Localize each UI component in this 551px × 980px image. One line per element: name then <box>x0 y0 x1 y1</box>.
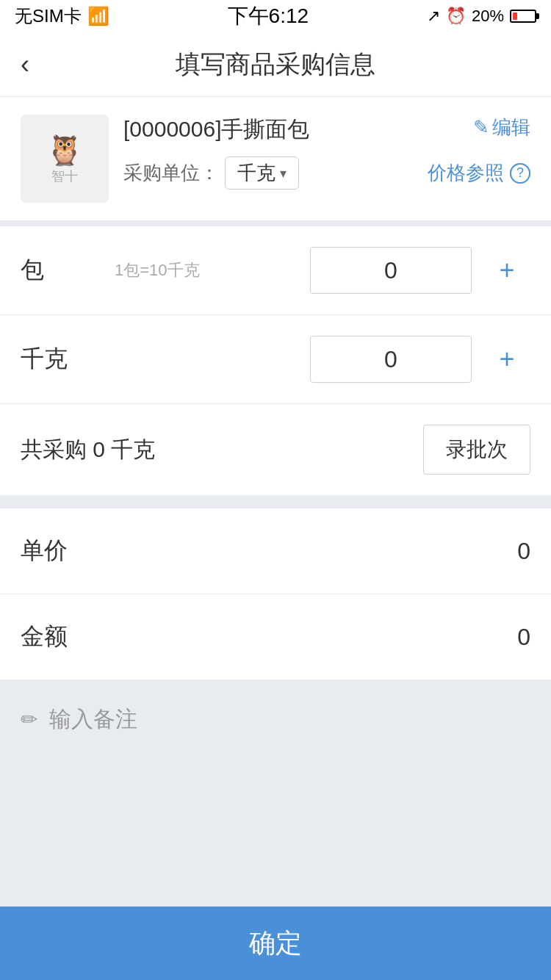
bao-row: 包 1包=10千克 + <box>0 226 551 315</box>
back-button[interactable]: ‹ <box>21 49 29 80</box>
bao-sublabel: 1包=10千克 <box>115 259 200 281</box>
unit-select[interactable]: 千克 ▾ <box>225 156 299 190</box>
total-amount: 0 <box>93 437 111 461</box>
product-title: 手撕面包 <box>221 117 309 141</box>
record-batch-button[interactable]: 录批次 <box>423 425 530 475</box>
product-info: [0000006]手撕面包 ✎ 编辑 采购单位： 千克 ▾ 价格参照 <box>123 115 530 190</box>
bao-input[interactable] <box>310 247 472 294</box>
page-title: 填写商品采购信息 <box>176 48 375 82</box>
kg-input[interactable] <box>310 336 472 383</box>
amount-label: 金额 <box>21 621 68 653</box>
amount-row: 金额 0 <box>0 594 551 680</box>
kg-input-area: + <box>109 336 530 383</box>
unit-dropdown-arrow: ▾ <box>280 165 287 181</box>
pencil-icon: ✏ <box>21 707 37 732</box>
product-card: 🦉 智十 [0000006]手撕面包 ✎ 编辑 采购单位： 千克 <box>0 97 551 226</box>
bao-plus-button[interactable]: + <box>483 247 530 294</box>
amount-value: 0 <box>517 624 530 651</box>
kg-row: 千克 + <box>0 315 551 404</box>
status-time: 下午6:12 <box>228 2 309 30</box>
kg-plus-button[interactable]: + <box>483 336 530 383</box>
alarm-icon: ⏰ <box>446 7 466 26</box>
edit-button[interactable]: ✎ 编辑 <box>473 115 530 140</box>
carrier-label: 无SIM卡 <box>15 4 82 28</box>
notes-section[interactable]: ✏ 输入备注 <box>0 681 551 758</box>
section-divider-1 <box>0 497 551 508</box>
product-name: [0000006]手撕面包 <box>123 115 309 145</box>
status-left: 无SIM卡 📶 <box>15 4 109 28</box>
unit-selector-group: 采购单位： 千克 ▾ <box>123 156 299 190</box>
bao-input-area: + <box>200 247 530 294</box>
product-unit-row: 采购单位： 千克 ▾ 价格参照 ? <box>123 156 530 190</box>
wifi-icon: 📶 <box>87 6 109 26</box>
price-ref-icon: ? <box>510 163 530 184</box>
quantity-section: 包 1包=10千克 + 千克 + 共采购 0 千克 录批次 <box>0 226 551 495</box>
unit-price-row: 单价 0 <box>0 508 551 594</box>
info-section: 单价 0 金额 0 <box>0 508 551 680</box>
price-ref-button[interactable]: 价格参照 ? <box>428 160 530 186</box>
kg-label: 千克 <box>21 343 109 375</box>
status-bar: 无SIM卡 📶 下午6:12 ↗ ⏰ 20% <box>0 0 551 32</box>
owl-icon: 🦉 <box>46 133 83 167</box>
total-unit: 千克 <box>111 437 155 461</box>
nav-bar: ‹ 填写商品采购信息 <box>0 32 551 97</box>
total-prefix: 共采购 <box>21 437 87 461</box>
confirm-bar[interactable]: 确定 <box>0 907 551 980</box>
content-spacer <box>0 758 551 905</box>
battery-pct: 20% <box>472 7 504 26</box>
bao-label: 包 <box>21 254 109 287</box>
product-image-placeholder: 🦉 智十 <box>35 129 94 188</box>
main-content: 🦉 智十 [0000006]手撕面包 ✎ 编辑 采购单位： 千克 <box>0 97 551 979</box>
unit-label: 采购单位： <box>123 160 219 186</box>
product-header: [0000006]手撕面包 ✎ 编辑 <box>123 115 530 145</box>
battery-fill <box>513 12 517 20</box>
product-id: [0000006] <box>123 117 221 141</box>
brand-text: 智十 <box>51 167 78 185</box>
location-icon: ↗ <box>427 7 440 26</box>
unit-value: 千克 <box>237 160 276 186</box>
status-right: ↗ ⏰ 20% <box>427 7 536 26</box>
product-image: 🦉 智十 <box>21 115 109 203</box>
edit-label: 编辑 <box>492 115 530 140</box>
battery-icon <box>510 10 536 23</box>
edit-icon: ✎ <box>473 116 489 139</box>
unit-price-label: 单价 <box>21 535 68 567</box>
confirm-button-label: 确定 <box>249 926 302 962</box>
price-ref-label: 价格参照 <box>428 160 504 186</box>
notes-placeholder: 输入备注 <box>49 705 137 735</box>
total-row: 共采购 0 千克 录批次 <box>0 404 551 495</box>
unit-price-value: 0 <box>517 538 530 565</box>
total-text: 共采购 0 千克 <box>21 435 155 465</box>
